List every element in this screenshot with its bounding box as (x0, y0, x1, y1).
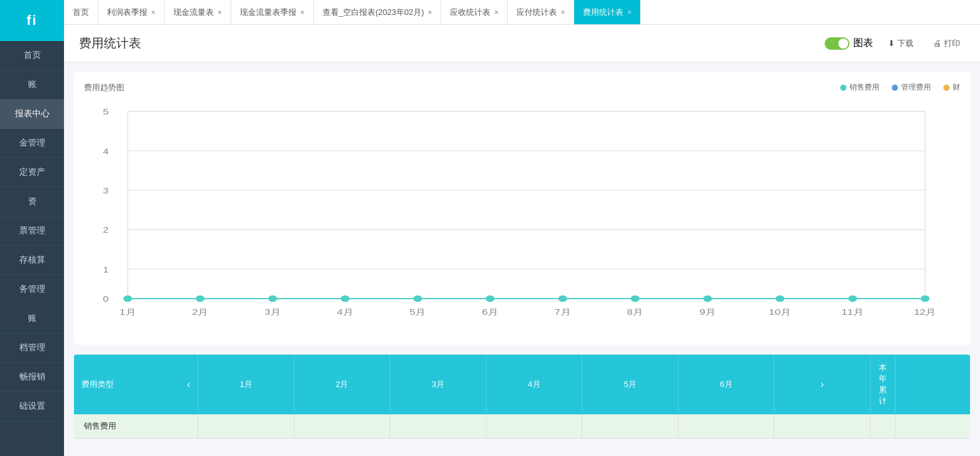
chart-toggle-wrapper: 图表 (825, 37, 873, 50)
svg-point-16 (341, 295, 349, 302)
table-cell-nav (774, 414, 871, 438)
download-button[interactable]: ⬇ 下载 (883, 35, 918, 52)
nav-next-cell: › (774, 355, 871, 414)
page-header: 费用统计表 图表 ⬇ 下载 🖨 打印 (64, 25, 980, 62)
sidebar-item-home[interactable]: 首页 (0, 41, 64, 70)
sidebar-item-fixed-assets[interactable]: 定资产 (0, 158, 64, 187)
table-col-may: 5月 (582, 355, 679, 414)
close-icon[interactable]: × (428, 8, 432, 17)
tab-cashflow-quarterly[interactable]: 现金流量表季报 × (231, 0, 314, 24)
sidebar-item-inventory[interactable]: 存核算 (0, 246, 64, 275)
table-cell-jan (198, 414, 295, 438)
sidebar-item-archive-mgmt[interactable]: 档管理 (0, 333, 64, 363)
svg-text:8月: 8月 (627, 307, 643, 316)
chart-toggle[interactable] (825, 37, 849, 50)
svg-point-21 (703, 295, 712, 302)
table-col-feb: 2月 (295, 355, 391, 414)
download-label: 下载 (897, 38, 914, 49)
svg-point-13 (123, 295, 132, 302)
main-area: 首页 利润表季报 × 现金流量表 × 现金流量表季报 × 查看_空白报表(202… (64, 0, 980, 456)
table-cell-feb (295, 414, 391, 438)
svg-text:7月: 7月 (554, 307, 570, 316)
close-icon[interactable]: × (300, 8, 305, 17)
table-cell-mar (390, 414, 487, 438)
sidebar-item-settings[interactable]: 础设置 (0, 392, 64, 421)
sidebar-item-report-center[interactable]: 报表中心 (0, 100, 64, 129)
tab-home[interactable]: 首页 (64, 0, 98, 24)
legend-admin: 管理费用 (892, 82, 931, 93)
close-icon[interactable]: × (561, 8, 565, 17)
svg-point-20 (631, 295, 639, 302)
svg-point-23 (848, 295, 857, 302)
chart-section: 费用趋势图 销售费用 管理费用 财 (74, 72, 970, 345)
svg-text:2月: 2月 (192, 307, 208, 316)
table-cell-type: 销售费用 (74, 414, 198, 438)
close-icon[interactable]: × (494, 8, 498, 17)
svg-point-15 (268, 295, 277, 302)
page-title: 费用统计表 (79, 35, 141, 52)
sidebar-item-investment[interactable]: 资 (0, 187, 64, 216)
svg-text:9月: 9月 (699, 307, 715, 316)
svg-point-19 (558, 295, 567, 302)
svg-text:10月: 10月 (769, 307, 791, 316)
nav-next-arrow[interactable]: › (821, 379, 824, 390)
tab-profit-quarterly[interactable]: 利润表季报 × (98, 0, 165, 24)
close-icon[interactable]: × (151, 8, 155, 17)
print-icon: 🖨 (933, 39, 941, 48)
tab-bar: 首页 利润表季报 × 现金流量表 × 现金流量表季报 × 查看_空白报表(202… (64, 0, 980, 25)
svg-text:0: 0 (103, 294, 109, 303)
sidebar-item-write-off[interactable]: 畅报销 (0, 363, 64, 392)
tab-cashflow[interactable]: 现金流量表 × (165, 0, 231, 24)
table-col-apr: 4月 (487, 355, 583, 414)
tab-payable[interactable]: 应付统计表 × (508, 0, 574, 24)
chart-title: 费用趋势图 (84, 82, 960, 93)
table-col-ytd: 本年累计 (871, 355, 895, 414)
legend-dot-admin (892, 85, 898, 91)
table-col-mar: 3月 (390, 355, 487, 414)
tab-expense-stats[interactable]: 费用统计表 × (574, 0, 641, 24)
sidebar-item-ledger[interactable]: 账 (0, 304, 64, 333)
close-icon[interactable]: × (218, 8, 222, 17)
legend-label-sales: 销售费用 (849, 82, 879, 93)
svg-rect-12 (128, 111, 925, 299)
table-col-jun: 6月 (679, 355, 775, 414)
table-cell-ytd (871, 414, 895, 438)
svg-point-17 (413, 295, 422, 302)
chart-toggle-label: 图表 (853, 37, 873, 50)
sidebar-item-invoice-mgmt[interactable]: 票管理 (0, 216, 64, 246)
svg-text:5: 5 (103, 108, 109, 116)
svg-point-14 (196, 295, 204, 302)
legend-dot-sales (840, 85, 846, 91)
table-cell-apr (487, 414, 583, 438)
page-content: 费用统计表 图表 ⬇ 下载 🖨 打印 费用趋势图 (64, 25, 980, 456)
sidebar-item-task-mgmt[interactable]: 务管理 (0, 275, 64, 304)
sidebar: fi 首页 账 报表中心 金管理 定资产 资 票管理 存核算 务管理 账 档管理… (0, 0, 64, 456)
svg-text:3月: 3月 (265, 307, 281, 316)
print-button[interactable]: 🖨 打印 (928, 35, 965, 52)
svg-text:12月: 12月 (914, 307, 936, 316)
table-cell-jun (679, 414, 775, 438)
svg-text:6月: 6月 (482, 307, 498, 316)
table-row: 销售费用 (74, 414, 970, 439)
sidebar-item-fund-mgmt[interactable]: 金管理 (0, 129, 64, 158)
print-label: 打印 (944, 38, 960, 49)
header-actions: 图表 ⬇ 下载 🖨 打印 (825, 35, 965, 52)
chart-legend: 销售费用 管理费用 财 (840, 82, 960, 93)
legend-sales: 销售费用 (840, 82, 879, 93)
tab-blank-report[interactable]: 查看_空白报表(2023年02月) × (314, 0, 441, 24)
sidebar-logo: fi (0, 0, 64, 41)
svg-text:4月: 4月 (337, 307, 353, 316)
sidebar-item-account[interactable]: 账 (0, 70, 64, 100)
table-header: 费用类型 ‹ 1月 2月 3月 4月 5月 6月 › 本年累计 (74, 355, 970, 414)
tab-receivable[interactable]: 应收统计表 × (441, 0, 508, 24)
nav-prev-arrow[interactable]: ‹ (187, 379, 190, 390)
svg-point-18 (486, 295, 495, 302)
svg-text:1月: 1月 (119, 307, 135, 316)
legend-label-finance: 财 (953, 82, 960, 93)
chart-container: 5 4 3 2 1 0 (84, 98, 960, 335)
close-icon[interactable]: × (627, 8, 631, 17)
table-cell-may (582, 414, 679, 438)
table-col-jan: 1月 (198, 355, 295, 414)
table-col-type: 费用类型 ‹ (74, 355, 198, 414)
svg-text:4: 4 (103, 147, 109, 156)
